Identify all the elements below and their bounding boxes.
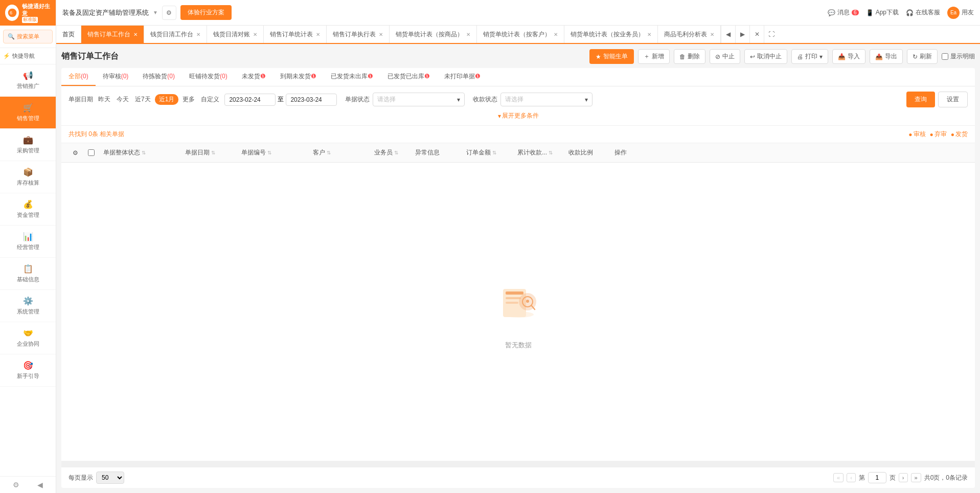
tab-sales-by-customer[interactable]: 销货单统计表（按客户） ✕ (477, 26, 564, 43)
tab-sales-workbench[interactable]: 销售订单工作台 ✕ (81, 26, 144, 43)
th-settings[interactable]: ⚙ (69, 143, 84, 162)
cancel-stop-button[interactable]: ↩ 取消中止 (744, 49, 787, 64)
date-yesterday-btn[interactable]: 昨天 (96, 94, 112, 105)
stop-button[interactable]: ⊘ 中止 (710, 49, 740, 64)
settings-footer-button[interactable]: ⚙ (13, 481, 19, 489)
system-dropdown-icon[interactable]: ▼ (153, 10, 158, 15)
sort-amount-icon[interactable]: ⇅ (492, 150, 496, 155)
search-menu-button[interactable]: 🔍 搜索菜单 (3, 30, 53, 43)
user-menu-button[interactable]: Ea 用友 (947, 7, 974, 19)
status-select[interactable]: 请选择 ▾ (373, 93, 465, 106)
export-button[interactable]: 📤 导出 (870, 49, 903, 64)
sort-customer-icon[interactable]: ⇅ (327, 150, 331, 155)
tab-home[interactable]: 首页 (56, 26, 81, 43)
expand-conditions-button[interactable]: ▾ 展开更多条件 (498, 111, 539, 120)
tabs-next-button[interactable]: ▶ (735, 26, 749, 43)
last-page-button[interactable]: » (911, 473, 921, 482)
query-button[interactable]: 查询 (906, 92, 935, 107)
sidebar-item-operation[interactable]: 📊 经营管理 (0, 226, 56, 258)
sidebar-item-basic[interactable]: 📋 基础信息 (0, 258, 56, 290)
payment-select[interactable]: 请选择 ▾ (500, 93, 592, 106)
tab-close-cash-daily[interactable]: ✕ (196, 32, 200, 37)
show-detail-label[interactable]: 显示明细 (942, 52, 975, 61)
filter-tab-all[interactable]: 全部(0) (61, 68, 96, 86)
online-service-button[interactable]: 🎧 在线客服 (906, 8, 940, 17)
add-button[interactable]: ＋ 新增 (638, 49, 670, 64)
date-7days-btn[interactable]: 近7天 (133, 94, 153, 105)
tab-close-sales-by-product[interactable]: ✕ (466, 32, 470, 37)
sidebar-item-sales[interactable]: 🛒 销售管理 (0, 97, 56, 129)
filter-tab-shipped-outbound[interactable]: 已发货已出库❶ (380, 68, 437, 86)
tab-sales-stat[interactable]: 销售订单统计表 ✕ (264, 26, 327, 43)
import-button[interactable]: 📥 导入 (832, 49, 865, 64)
smart-create-button[interactable]: ★ 智能生单 (589, 49, 634, 64)
date-1month-btn[interactable]: 近1月 (155, 94, 179, 105)
tab-close-sales-exec[interactable]: ✕ (379, 32, 383, 37)
date-from-input[interactable] (224, 94, 276, 106)
delete-button[interactable]: 🗑 删除 (674, 49, 705, 64)
tabs-fullscreen-button[interactable]: ⛶ (764, 26, 778, 43)
tab-cash-reconcile[interactable]: 钱货日清对账 ✕ (207, 26, 264, 43)
sort-date-icon[interactable]: ⇅ (211, 150, 215, 155)
tab-sales-by-product[interactable]: 销货单统计表（按商品） ✕ (390, 26, 477, 43)
page-size-select[interactable]: 20 50 100 (96, 472, 124, 484)
prev-page-button[interactable]: ‹ (847, 473, 856, 482)
tab-gross-margin[interactable]: 商品毛利分析表 ✕ (658, 26, 721, 43)
filter-tab-overdue-not-shipped[interactable]: 到期未发货❶ (273, 68, 324, 86)
sidebar-item-marketing[interactable]: 📢 营销推广 (0, 64, 56, 97)
sidebar-footer: ⚙ ◀ (0, 476, 56, 493)
date-more-btn[interactable]: 更多 (180, 94, 197, 105)
sort-number-icon[interactable]: ⇅ (267, 150, 271, 155)
sort-status-icon[interactable]: ⇅ (142, 150, 146, 155)
horizontal-scrollbar[interactable] (61, 461, 975, 467)
first-page-button[interactable]: « (833, 473, 844, 482)
quick-nav-button[interactable]: ⚡ 快捷导航 (3, 52, 53, 60)
filter-tab-pending-check[interactable]: 待拣验货(0) (135, 68, 182, 86)
th-checkbox[interactable] (84, 143, 99, 162)
tab-close-sales-by-customer[interactable]: ✕ (554, 32, 558, 37)
filter-tab-not-printed[interactable]: 未打印单据❶ (437, 68, 488, 86)
filter-tab-shipped-not-outbound[interactable]: 已发货未出库❶ (324, 68, 380, 86)
tabs-prev-button[interactable]: ◀ (721, 26, 735, 43)
ship-action-button[interactable]: ● 发货 (951, 130, 968, 139)
refresh-button[interactable]: ↻ 刷新 (907, 49, 938, 64)
sidebar-item-system[interactable]: ⚙️ 系统管理 (0, 290, 56, 322)
tab-close-sales-workbench[interactable]: ✕ (133, 32, 138, 37)
tab-close-sales-stat[interactable]: ✕ (316, 32, 320, 37)
next-page-button[interactable]: › (899, 473, 908, 482)
star-icon: ★ (596, 53, 601, 60)
sidebar-item-enterprise[interactable]: 🤝 企业协同 (0, 322, 56, 354)
date-today-btn[interactable]: 今天 (115, 94, 131, 105)
print-button[interactable]: 🖨 打印 ▾ (791, 49, 828, 64)
app-download-button[interactable]: 📱 App下载 (866, 8, 899, 17)
filter-tab-pending-review[interactable]: 待审核(0) (96, 68, 136, 86)
filter-tab-wangpu[interactable]: 旺铺待发货(0) (182, 68, 235, 86)
tab-close-gross-margin[interactable]: ✕ (710, 32, 714, 37)
page-number-input[interactable] (868, 472, 886, 483)
settings-button[interactable]: ⚙ (162, 6, 176, 20)
uncheck-action-button[interactable]: ● 弃审 (930, 130, 947, 139)
message-button[interactable]: 💬 消息 6 (828, 8, 859, 17)
tabs-close-all-button[interactable]: ✕ (749, 26, 764, 43)
show-detail-checkbox[interactable] (942, 53, 948, 60)
date-custom-btn[interactable]: 自定义 (199, 94, 221, 105)
review-action-button[interactable]: ● 审核 (908, 130, 925, 139)
settings-query-button[interactable]: 设置 (938, 92, 968, 107)
collapse-sidebar-button[interactable]: ◀ (37, 481, 43, 489)
industry-solution-button[interactable]: 体验行业方案 (180, 5, 232, 20)
sidebar-item-inventory[interactable]: 📦 库存核算 (0, 161, 56, 193)
sidebar-item-guide[interactable]: 🎯 新手引导 (0, 354, 56, 387)
tab-sales-by-staff[interactable]: 销货单统计表（按业务员） ✕ (564, 26, 658, 43)
message-badge: 6 (852, 10, 859, 15)
sidebar-item-finance[interactable]: 💰 资金管理 (0, 193, 56, 226)
select-all-checkbox[interactable] (88, 149, 95, 156)
tab-cash-daily[interactable]: 钱货日清工作台 ✕ (144, 26, 207, 43)
tab-close-sales-by-staff[interactable]: ✕ (647, 32, 651, 37)
sidebar-item-purchase[interactable]: 💼 采购管理 (0, 129, 56, 161)
tab-close-cash-reconcile[interactable]: ✕ (253, 32, 257, 37)
filter-tab-not-shipped[interactable]: 未发货❶ (235, 68, 273, 86)
sort-received-icon[interactable]: ⇅ (549, 150, 553, 155)
date-to-input[interactable] (286, 94, 337, 106)
sort-staff-icon[interactable]: ⇅ (394, 150, 398, 155)
tab-sales-exec[interactable]: 销售订单执行表 ✕ (327, 26, 390, 43)
